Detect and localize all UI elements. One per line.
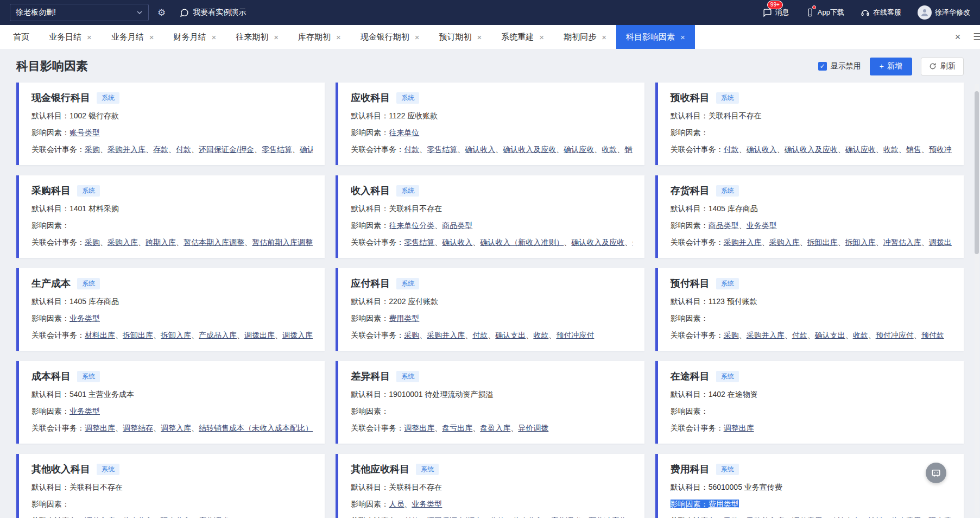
transaction-link[interactable]: 存款 xyxy=(153,145,168,154)
factor-link[interactable]: 费用类型 xyxy=(709,500,739,508)
transaction-link[interactable]: 采购并入库 xyxy=(747,331,785,339)
tab-close-icon[interactable]: × xyxy=(87,33,92,42)
transaction-link[interactable]: 付款 xyxy=(472,331,488,339)
transaction-link[interactable]: 收款 xyxy=(602,145,617,154)
transaction-link[interactable]: 盘亏出库 xyxy=(442,424,472,432)
transaction-link[interactable]: 盘盈入库 xyxy=(480,424,510,432)
tab-menu-icon[interactable]: ☰ xyxy=(970,31,980,43)
tab-业务日结[interactable]: 业务日结× xyxy=(39,25,102,49)
transaction-link[interactable]: 拆卸出库 xyxy=(807,238,838,247)
transaction-link[interactable]: 确认收入及应收 xyxy=(503,145,556,154)
transaction-link[interactable]: 付款 xyxy=(404,145,419,154)
transaction-link[interactable]: 材料出库 xyxy=(85,331,115,339)
factor-link[interactable]: 业务类型 xyxy=(747,221,777,230)
transaction-link[interactable]: 确认收入 xyxy=(300,145,313,154)
transaction-link[interactable]: 拆卸入库 xyxy=(845,238,876,247)
factor-link[interactable]: 业务类型 xyxy=(412,500,442,508)
scrollbar-thumb[interactable] xyxy=(975,91,979,254)
transaction-link[interactable]: 调整出库 xyxy=(404,424,434,432)
tab-期初同步[interactable]: 期初同步× xyxy=(554,25,616,49)
transaction-link[interactable]: 确认支出 xyxy=(815,331,845,339)
transaction-link[interactable]: 调整出库 xyxy=(724,424,754,432)
transaction-link[interactable]: 付款 xyxy=(792,331,807,339)
tab-现金银行期初[interactable]: 现金银行期初× xyxy=(351,25,429,49)
tab-首页[interactable]: 首页 xyxy=(3,25,39,49)
scrollbar-track[interactable] xyxy=(975,84,979,516)
tab-系统重建[interactable]: 系统重建× xyxy=(491,25,554,49)
demo-link[interactable]: 我要看实例演示 xyxy=(180,8,246,17)
factor-link[interactable]: 往来单位 xyxy=(389,128,419,137)
transaction-link[interactable]: 拆卸出库 xyxy=(123,331,153,339)
tab-科目影响因素[interactable]: 科目影响因素× xyxy=(616,25,695,49)
add-button[interactable]: + 新增 xyxy=(870,58,912,75)
floating-assistant-button[interactable] xyxy=(926,463,946,483)
transaction-link[interactable]: 确认支出 xyxy=(495,331,526,339)
tab-close-icon[interactable]: × xyxy=(602,33,606,42)
transaction-link[interactable]: 冲暂估入库 xyxy=(883,238,921,247)
factor-link[interactable]: 商品类型 xyxy=(442,221,472,230)
transaction-link[interactable]: 结转销售成本（未收入成本配比） xyxy=(199,424,313,432)
user-menu[interactable]: 徐泽华修改 xyxy=(918,5,970,20)
tab-预订期初[interactable]: 预订期初× xyxy=(429,25,492,49)
transaction-link[interactable]: 产成品入库 xyxy=(199,331,237,339)
messages-button[interactable]: 99+ 消息 xyxy=(763,8,789,17)
transaction-link[interactable]: 零售结算 xyxy=(262,145,292,154)
gear-icon[interactable]: ⚙ xyxy=(157,7,166,18)
factor-link[interactable]: 业务类型 xyxy=(69,407,100,415)
transaction-link[interactable]: 确认应收 xyxy=(564,145,594,154)
transaction-link[interactable]: 拆卸入库 xyxy=(161,331,191,339)
transaction-link[interactable]: 收款 xyxy=(853,331,868,339)
transaction-link[interactable]: 调整结存 xyxy=(123,424,153,432)
transaction-link[interactable]: 零售结算 xyxy=(427,145,457,154)
close-all-tabs-icon[interactable]: × xyxy=(951,31,965,43)
factor-link[interactable]: 商品类型 xyxy=(709,221,739,230)
transaction-link[interactable]: 收款 xyxy=(883,145,899,154)
tab-close-icon[interactable]: × xyxy=(336,33,341,42)
transaction-link[interactable]: 预付冲应付 xyxy=(556,331,594,339)
transaction-link[interactable]: 暂估本期入库调整 xyxy=(184,238,244,247)
tab-close-icon[interactable]: × xyxy=(680,33,685,42)
refresh-button[interactable]: 刷新 xyxy=(921,58,964,75)
transaction-link[interactable]: 预付款 xyxy=(921,331,944,339)
tab-close-icon[interactable]: × xyxy=(149,33,154,42)
transaction-link[interactable]: 确认收入及应收 xyxy=(571,238,624,247)
transaction-link[interactable]: 销售 xyxy=(624,145,632,154)
transaction-link[interactable]: 采购 xyxy=(724,331,739,339)
factor-link[interactable]: 人员 xyxy=(389,500,404,508)
transaction-link[interactable]: 调拨入库 xyxy=(282,331,313,339)
factor-link[interactable]: 费用类型 xyxy=(389,314,419,323)
tab-财务月结[interactable]: 财务月结× xyxy=(164,25,226,49)
transaction-link[interactable]: 暂估前期入库调整 xyxy=(252,238,313,247)
transaction-link[interactable]: 采购 xyxy=(85,145,100,154)
factor-link[interactable]: 往来单位分类 xyxy=(389,221,434,230)
transaction-link[interactable]: 确认收入 xyxy=(442,238,472,247)
transaction-link[interactable]: 采购并入库 xyxy=(724,238,762,247)
transaction-link[interactable]: 确认收入 xyxy=(747,145,777,154)
tab-库存期初[interactable]: 库存期初× xyxy=(288,25,351,49)
transaction-link[interactable]: 确认收入（新收入准则） xyxy=(480,238,564,247)
transaction-link[interactable]: 调整入库 xyxy=(161,424,191,432)
transaction-link[interactable]: 收款 xyxy=(533,331,548,339)
transaction-link[interactable]: 采购并入库 xyxy=(427,331,465,339)
transaction-link[interactable]: 采购 xyxy=(85,238,100,247)
tab-往来期初[interactable]: 往来期初× xyxy=(226,25,288,49)
transaction-link[interactable]: 预收冲应收 xyxy=(929,145,952,154)
transaction-link[interactable]: 确认应收 xyxy=(845,145,876,154)
transaction-link[interactable]: 预付冲应付 xyxy=(876,331,914,339)
show-disabled-toggle[interactable]: ✓ 显示禁用 xyxy=(818,61,861,71)
tab-close-icon[interactable]: × xyxy=(539,33,544,42)
tab-业务月结[interactable]: 业务月结× xyxy=(102,25,164,49)
transaction-link[interactable]: 采购 xyxy=(404,331,419,339)
online-service-button[interactable]: 在线客服 xyxy=(861,8,901,17)
transaction-link[interactable]: 采购入库 xyxy=(769,238,800,247)
transaction-link[interactable]: 销售 xyxy=(906,145,921,154)
transaction-link[interactable]: 零售结算 xyxy=(404,238,434,247)
transaction-link[interactable]: 采购并入库 xyxy=(108,145,146,154)
transaction-link[interactable]: 异价调拨 xyxy=(518,424,548,432)
factor-link[interactable]: 业务类型 xyxy=(69,314,100,323)
transaction-link[interactable]: 还回保证金/押金 xyxy=(199,145,254,154)
app-download-button[interactable]: App下载 xyxy=(806,8,844,17)
tab-close-icon[interactable]: × xyxy=(212,33,217,42)
factor-link[interactable]: 账号类型 xyxy=(69,128,100,137)
transaction-link[interactable]: 确认收入 xyxy=(465,145,495,154)
